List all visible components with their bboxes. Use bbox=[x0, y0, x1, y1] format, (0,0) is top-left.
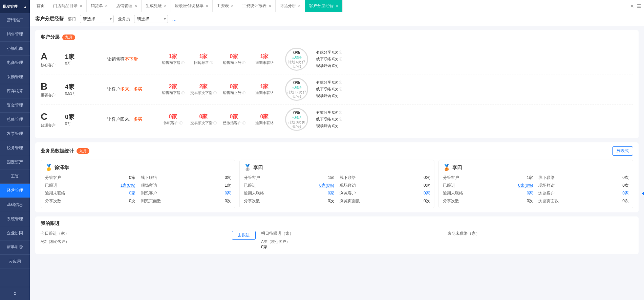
staff-stats-grid-1: 分管客户 0家 线下联络 0次 已跟进 1家(0%) 现场拜访 bbox=[45, 175, 231, 204]
sidebar-item-finance[interactable]: 资金管理 bbox=[0, 98, 30, 113]
sidebar-item-ecommerce-small[interactable]: 小畅电商 bbox=[0, 42, 30, 56]
tab-payroll-report[interactable]: 工资统计报表 ✕ bbox=[238, 0, 276, 12]
sidebar-item-basic-info[interactable]: 基础信息 bbox=[0, 198, 30, 212]
sidebar-item-purchase[interactable]: 采购管理 bbox=[0, 70, 30, 84]
followup-goto-wrap: 去跟进 bbox=[227, 231, 261, 240]
staff-stat-row: 浏览页面数 0次 bbox=[340, 198, 430, 204]
info-icon[interactable]: ⓘ bbox=[242, 121, 245, 125]
info-icon[interactable]: ⓘ bbox=[213, 121, 217, 125]
info-icon[interactable]: ⓘ bbox=[179, 121, 183, 125]
tier-a-stat-3: 0家 销售额上升 ⓘ bbox=[219, 53, 249, 65]
tab-close-icon[interactable]: ✕ bbox=[336, 4, 338, 8]
staff-stat-row: 浏览客户 0家 bbox=[340, 190, 430, 196]
dept-select[interactable]: 请选择 bbox=[80, 15, 114, 23]
goto-followup-button[interactable]: 去跟进 bbox=[232, 231, 256, 240]
tab-close-icon[interactable]: ✕ bbox=[80, 4, 82, 8]
sidebar-item-operations[interactable]: 经营管理 bbox=[0, 184, 30, 198]
content-area: 客户分层 九月 A 核心客户 1家 0万 让销售额不下滑 1家 bbox=[30, 26, 644, 300]
tab-close-icon[interactable]: ✕ bbox=[231, 4, 234, 8]
staff-medal-3: 🥉 bbox=[443, 164, 450, 171]
info-icon[interactable]: ⓘ bbox=[339, 80, 342, 84]
settings-icon: ⚙ bbox=[13, 291, 17, 296]
tier-b-right-stats: 有效分享 0次 ⓘ 线下联络 0次 ⓘ 现场拜访 0次 bbox=[316, 79, 342, 99]
sidebar-item-cooperation[interactable]: 企业协同 bbox=[0, 226, 30, 240]
staff-medal-1: 🥇 bbox=[45, 164, 52, 171]
staff-stats-month: 九月 bbox=[77, 148, 89, 154]
tab-product-analysis[interactable]: 商品分析 ✕ bbox=[276, 0, 305, 12]
tier-b-stat-2: 2家 交易频次下滑 ⓘ bbox=[188, 83, 219, 95]
info-icon[interactable]: ⓘ bbox=[181, 61, 185, 65]
more-options-button[interactable]: … bbox=[172, 16, 177, 22]
staff-stat-row: 逾期未联络 0家 bbox=[443, 190, 533, 196]
followup-col-tomorrow: 明日待跟进（家） A类（核心客户） 0家 bbox=[261, 231, 447, 250]
sidebar: 批发管理 ▲ 营销推广 销售管理 小畅电商 电商管理 采购管理 库存核算 资金管… bbox=[0, 0, 30, 300]
tab-ar-ap[interactable]: 应收应付调整单 ✕ bbox=[171, 0, 213, 12]
tab-payroll-table[interactable]: 工资表 ✕ bbox=[213, 0, 238, 12]
staff-stats-grid-2: 分管客户 1家 线下联络 0次 已跟进 0家(0%) 现场拜访 bbox=[244, 175, 430, 204]
staff-select[interactable]: 请选择 bbox=[134, 15, 168, 23]
tab-close-icon[interactable]: ✕ bbox=[134, 4, 137, 8]
tier-a-stat-4: 1家 逾期未联络 bbox=[249, 53, 280, 65]
staff-medal-2: 🥈 bbox=[244, 164, 251, 171]
staff-stats-title: 业务员数据统计 bbox=[41, 148, 74, 154]
info-icon[interactable]: ⓘ bbox=[339, 111, 342, 114]
staff-stat-row: 线下联络 0次 bbox=[538, 175, 629, 181]
info-icon[interactable]: ⓘ bbox=[242, 91, 245, 95]
info-icon[interactable]: ⓘ bbox=[181, 91, 185, 95]
tier-b-letter: B bbox=[41, 81, 61, 92]
tier-c-letter: C bbox=[41, 111, 61, 122]
info-icon[interactable]: ⓘ bbox=[213, 91, 217, 95]
tab-home[interactable]: 首页 bbox=[33, 0, 49, 12]
tab-close-icon[interactable]: ✕ bbox=[164, 4, 167, 8]
sidebar-item-cloud[interactable]: 云应用 bbox=[0, 255, 30, 269]
info-icon[interactable]: ⓘ bbox=[242, 61, 245, 65]
sidebar-item-inventory[interactable]: 库存核算 bbox=[0, 84, 30, 98]
sidebar-item-guide[interactable]: 新手引导 bbox=[0, 240, 30, 255]
tier-b-stat-1: 2家 销售额下滑 ⓘ bbox=[158, 83, 188, 95]
followup-today-sublabel: A类（核心客户） bbox=[41, 239, 227, 244]
tab-store-products[interactable]: 门店商品目录 ✕ bbox=[49, 0, 87, 12]
sidebar-item-sales[interactable]: 销售管理 bbox=[0, 27, 30, 42]
followup-col-overdue: 逾期未联络（家） bbox=[447, 231, 633, 239]
info-icon[interactable]: ⓘ bbox=[339, 50, 342, 54]
info-icon[interactable]: ⓘ bbox=[339, 57, 342, 61]
list-view-button[interactable]: 列表式 bbox=[612, 146, 633, 156]
tab-close-all-icon[interactable]: ✕ bbox=[630, 3, 634, 9]
tier-c-label: C 普通客户 bbox=[41, 111, 61, 128]
sidebar-header[interactable]: 批发管理 ▲ bbox=[0, 0, 30, 13]
settings-button[interactable]: ⚙ bbox=[0, 287, 30, 300]
staff-stat-row: 分管客户 1家 bbox=[443, 175, 533, 181]
staff-stat-row: 浏览页面数 0次 bbox=[538, 198, 629, 204]
tier-c-right-stats: 有效分享 0次 ⓘ 线下联络 0次 ⓘ 现场拜访 0次 bbox=[316, 109, 342, 129]
tier-b-count-sub: 0.53万 bbox=[65, 91, 102, 96]
tab-close-icon[interactable]: ✕ bbox=[206, 4, 208, 8]
tab-store-manage[interactable]: 店铺管理 ✕ bbox=[112, 0, 142, 12]
tab-close-icon[interactable]: ✕ bbox=[298, 4, 301, 8]
sidebar-item-invoice[interactable]: 发票管理 bbox=[0, 127, 30, 141]
followup-today-title: 今日跟进（家） bbox=[41, 231, 227, 236]
sidebar-item-system[interactable]: 系统管理 bbox=[0, 212, 30, 226]
tab-menu-icon[interactable]: ☰ bbox=[637, 3, 641, 9]
staff-name-3: 李四 bbox=[452, 165, 462, 171]
tab-sales-order[interactable]: 销货单 ✕ bbox=[87, 0, 112, 12]
staff-stat-row: 逾期未联络 0家 bbox=[45, 190, 135, 196]
tab-customer-tier[interactable]: 客户分层经营 ✕ bbox=[305, 0, 343, 12]
sidebar-item-marketing[interactable]: 营销推广 bbox=[0, 13, 30, 27]
tier-a-letter: A bbox=[41, 51, 61, 62]
tier-b-count: 4家 0.53万 bbox=[61, 80, 102, 98]
staff-cards-grid: 🥇 徐泽华 分管客户 0家 线下联络 0次 已跟进 bbox=[41, 160, 633, 208]
sidebar-item-ecommerce[interactable]: 电商管理 bbox=[0, 56, 30, 70]
info-icon[interactable]: ⓘ bbox=[210, 61, 213, 65]
sidebar-item-ledger[interactable]: 总账管理 bbox=[0, 113, 30, 127]
tab-voucher[interactable]: 生成凭证 ✕ bbox=[142, 0, 171, 12]
sidebar-item-payroll[interactable]: 工资 bbox=[0, 169, 30, 184]
tier-c-stat-2: 0家 交易频次下滑 ⓘ bbox=[188, 113, 219, 125]
followup-section: 我的跟进 今日跟进（家） A类（核心客户） 去跟进 明日待跟进（家） A类（核心… bbox=[35, 216, 639, 254]
info-icon[interactable]: ⓘ bbox=[339, 117, 342, 121]
info-icon[interactable]: ⓘ bbox=[339, 87, 342, 91]
sidebar-item-fixed-assets[interactable]: 固定资产 bbox=[0, 155, 30, 169]
sidebar-arrow-icon: ▲ bbox=[23, 5, 27, 9]
tab-close-icon[interactable]: ✕ bbox=[105, 4, 108, 8]
sidebar-item-tax[interactable]: 税务管理 bbox=[0, 141, 30, 155]
tab-close-icon[interactable]: ✕ bbox=[269, 4, 271, 8]
